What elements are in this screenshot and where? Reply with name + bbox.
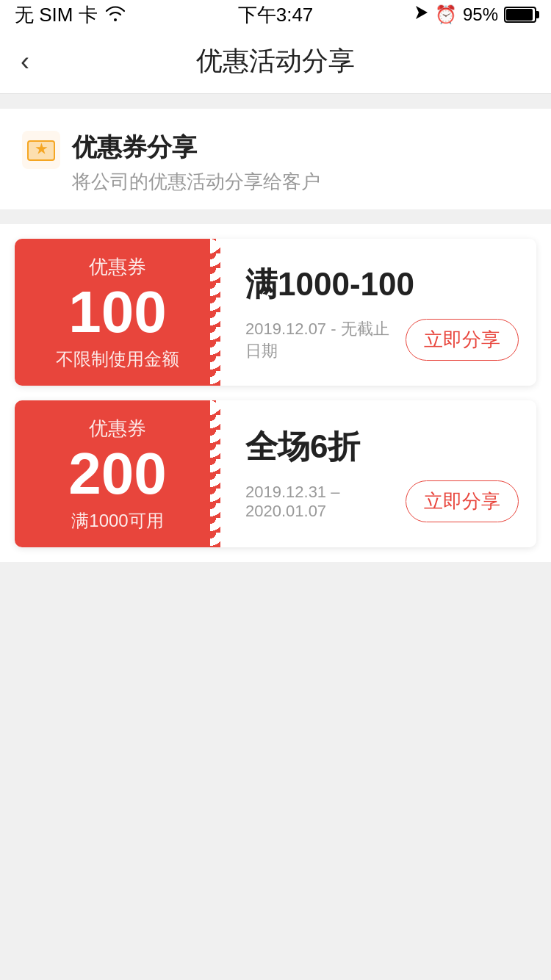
- section-text: 优惠券分享 将公司的优惠活动分享给客户: [72, 131, 320, 195]
- coupon-meta-1: 2019.12.07 - 无截止日期 立即分享: [245, 318, 519, 362]
- coupon-share-icon: ★: [22, 131, 60, 169]
- coupon-date-2: 2019.12.31 – 2020.01.07: [245, 483, 398, 521]
- carrier-text: 无 SIM 卡: [15, 2, 98, 28]
- coupon-right-1: 满1000-100 2019.12.07 - 无截止日期 立即分享: [220, 239, 536, 386]
- coupons-container: 优惠券 100 不限制使用金额 满1000-100 2019.12.07 - 无…: [0, 224, 551, 562]
- wifi-icon: [105, 4, 126, 26]
- coupon-label-1: 优惠券: [89, 254, 146, 280]
- coupon-date-1: 2019.12.07 - 无截止日期: [245, 318, 398, 362]
- coupon-name-2: 全场6折: [245, 425, 519, 469]
- page-background: [0, 577, 551, 980]
- battery-percent: 95%: [463, 4, 498, 25]
- location-icon: [414, 4, 429, 25]
- coupon-amount-1: 100: [68, 283, 166, 342]
- back-button[interactable]: ‹: [21, 48, 29, 75]
- coupon-condition-2: 满1000可用: [71, 509, 163, 533]
- status-right: ⏰ 95%: [414, 4, 536, 25]
- status-left: 无 SIM 卡: [15, 2, 126, 28]
- coupon-meta-2: 2019.12.31 – 2020.01.07 立即分享: [245, 480, 519, 522]
- section-header: ★ 优惠券分享 将公司的优惠活动分享给客户: [0, 109, 551, 209]
- coupon-label-2: 优惠券: [89, 416, 146, 442]
- page-title: 优惠活动分享: [196, 43, 355, 79]
- battery-icon: [504, 7, 536, 23]
- coupon-name-1: 满1000-100: [245, 263, 519, 306]
- coupon-amount-2: 200: [68, 444, 166, 503]
- share-button-1[interactable]: 立即分享: [406, 319, 519, 361]
- svg-marker-0: [416, 6, 428, 19]
- coupon-left-1: 优惠券 100 不限制使用金额: [15, 239, 220, 386]
- coupon-left-2: 优惠券 200 满1000可用: [15, 400, 220, 547]
- coupon-right-2: 全场6折 2019.12.31 – 2020.01.07 立即分享: [220, 400, 536, 547]
- nav-bar: ‹ 优惠活动分享: [0, 29, 551, 94]
- status-bar: 无 SIM 卡 下午3:47 ⏰ 95%: [0, 0, 551, 29]
- share-button-2[interactable]: 立即分享: [406, 480, 519, 522]
- svg-text:★: ★: [35, 142, 48, 156]
- alarm-icon: ⏰: [435, 4, 457, 25]
- coupon-card-2: 优惠券 200 满1000可用 全场6折 2019.12.31 – 2020.0…: [15, 400, 536, 547]
- section-title: 优惠券分享: [72, 131, 320, 165]
- section-subtitle: 将公司的优惠活动分享给客户: [72, 169, 320, 195]
- coupon-card-1: 优惠券 100 不限制使用金额 满1000-100 2019.12.07 - 无…: [15, 239, 536, 386]
- status-time: 下午3:47: [238, 2, 314, 28]
- coupon-condition-1: 不限制使用金额: [56, 347, 179, 371]
